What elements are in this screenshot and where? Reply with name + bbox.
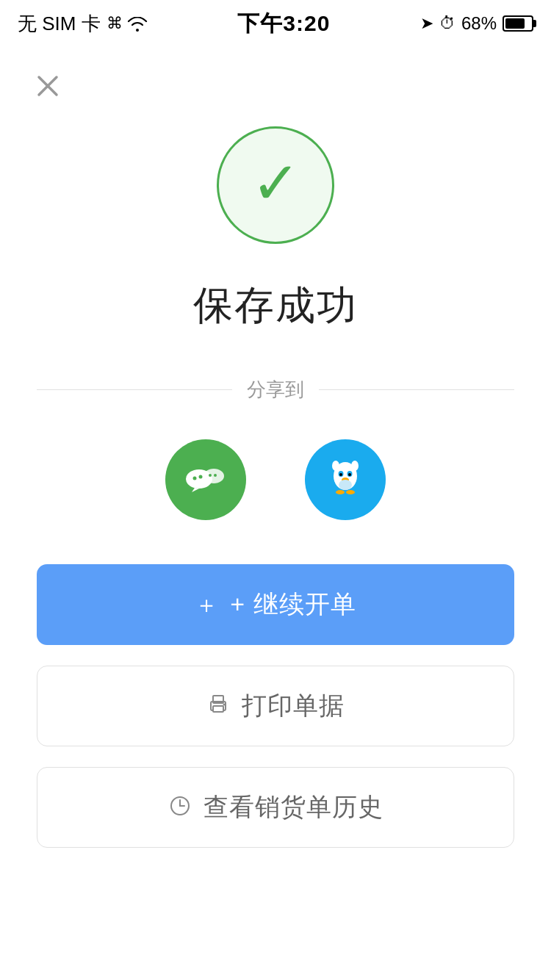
close-icon [36,74,60,98]
share-label: 分享到 [247,377,304,403]
plus-icon: ＋ [195,593,218,616]
wifi-icon: ⌘ [107,14,148,33]
svg-point-3 [204,469,224,483]
alarm-icon: ⏱ [439,14,455,33]
battery-icon [503,15,533,32]
wechat-icon [180,454,231,505]
qq-icon [320,454,371,505]
history-button-label: 查看销货单历史 [204,790,383,824]
status-left: 无 SIM 卡 ⌘ [18,11,148,37]
wechat-share-button[interactable] [165,439,246,520]
svg-point-16 [339,480,352,490]
svg-point-5 [199,475,203,479]
share-divider: 分享到 [37,377,514,403]
svg-point-6 [209,474,212,477]
main-content: ✓ 保存成功 分享到 [0,104,551,980]
close-button[interactable] [29,68,66,104]
svg-point-22 [223,703,226,705]
svg-point-4 [193,477,197,480]
continue-button[interactable]: ＋ + 继续开单 [37,564,514,645]
checkmark-icon: ✓ [251,154,300,213]
location-icon: ➤ [420,14,433,33]
share-section: 分享到 [37,377,514,520]
success-circle: ✓ [217,126,334,244]
svg-rect-21 [213,706,223,712]
print-button-label: 打印单据 [242,689,345,723]
svg-point-9 [332,461,339,471]
sim-label: 无 SIM 卡 [18,11,101,37]
svg-point-10 [351,461,359,471]
svg-point-14 [348,473,351,476]
status-time: 下午3:20 [237,9,330,39]
svg-point-7 [214,474,217,477]
print-button[interactable]: 打印单据 [37,666,514,746]
svg-point-17 [336,490,345,494]
history-button[interactable]: 查看销货单历史 [37,767,514,848]
status-bar: 无 SIM 卡 ⌘ 下午3:20 ➤ ⏱ 68% [0,0,551,47]
actions: ＋ + 继续开单 打印单据 查看销货单历史 [37,564,514,848]
close-area [0,47,551,104]
print-icon [206,693,230,720]
svg-point-13 [339,473,342,476]
svg-point-18 [346,490,355,494]
status-right: ➤ ⏱ 68% [420,13,533,34]
continue-button-label: + 继续开单 [230,588,356,621]
share-icons [37,439,514,520]
success-title: 保存成功 [193,279,358,333]
battery-percent: 68% [461,13,497,34]
history-icon [168,794,192,821]
qq-share-button[interactable] [305,439,386,520]
